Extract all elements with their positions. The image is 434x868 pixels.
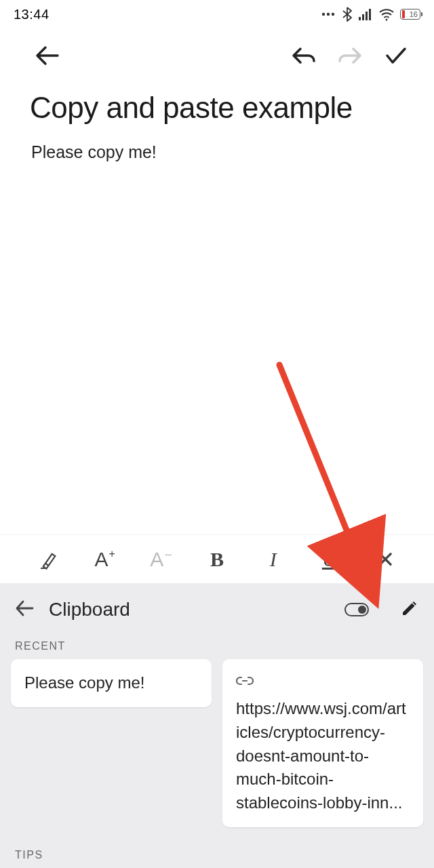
back-button[interactable] [31, 39, 64, 72]
underline-button[interactable]: U [309, 539, 350, 580]
redo-button[interactable] [334, 39, 366, 72]
format-toolbar: A+ A− B I U ✕ [0, 534, 434, 583]
recent-section-label: RECENT [0, 636, 434, 659]
undo-button[interactable] [288, 39, 320, 72]
tips-section-label: TIPS [0, 845, 434, 868]
bold-button[interactable]: B [197, 539, 237, 580]
clipboard-title: Clipboard [49, 599, 130, 620]
svg-rect-4 [362, 14, 364, 20]
redo-icon [337, 45, 363, 66]
signal-icon [358, 7, 373, 21]
keyboard-clipboard-panel: Clipboard RECENT Please copy me! https:/… [0, 583, 434, 868]
status-icons: 16 [320, 7, 420, 22]
battery-icon: 16 [400, 9, 420, 20]
app-toolbar [0, 27, 434, 79]
svg-rect-3 [359, 17, 361, 20]
arrow-left-icon [35, 45, 60, 66]
document-body[interactable]: Please copy me! [0, 127, 434, 177]
clipboard-clip[interactable]: https://www.wsj.com/articles/cryptocurre… [222, 659, 423, 827]
svg-rect-6 [369, 9, 371, 20]
undo-icon [291, 45, 317, 66]
status-time: 13:44 [14, 7, 50, 22]
close-format-button[interactable]: ✕ [365, 539, 406, 580]
svg-point-2 [332, 13, 334, 16]
clipboard-back-button[interactable] [15, 599, 35, 620]
clip-text: https://www.wsj.com/articles/cryptocurre… [236, 697, 410, 815]
clip-text: Please copy me! [24, 671, 198, 695]
confirm-button[interactable] [380, 39, 412, 72]
clipboard-toggle[interactable] [344, 603, 369, 616]
link-icon [236, 671, 410, 690]
font-decrease-button[interactable]: A− [140, 539, 181, 580]
pencil-icon [400, 599, 419, 618]
toggle-icon [344, 603, 369, 616]
svg-point-1 [327, 13, 330, 16]
highlight-button[interactable] [28, 539, 68, 580]
svg-point-7 [386, 19, 388, 21]
clipboard-header: Clipboard [0, 583, 434, 636]
more-icon [320, 7, 336, 21]
italic-button[interactable]: I [253, 539, 294, 580]
status-bar: 13:44 16 [0, 0, 434, 27]
svg-point-0 [322, 13, 325, 16]
svg-rect-5 [366, 12, 368, 20]
bluetooth-icon [342, 7, 353, 22]
clipboard-edit-button[interactable] [400, 599, 419, 620]
wifi-icon [378, 7, 395, 21]
clipboard-clip[interactable]: Please copy me! [11, 659, 212, 707]
document-title[interactable]: Copy and paste example [0, 79, 434, 127]
highlighter-icon [38, 549, 58, 570]
arrow-left-icon [15, 599, 35, 617]
check-icon [383, 45, 409, 66]
font-increase-button[interactable]: A+ [84, 539, 125, 580]
